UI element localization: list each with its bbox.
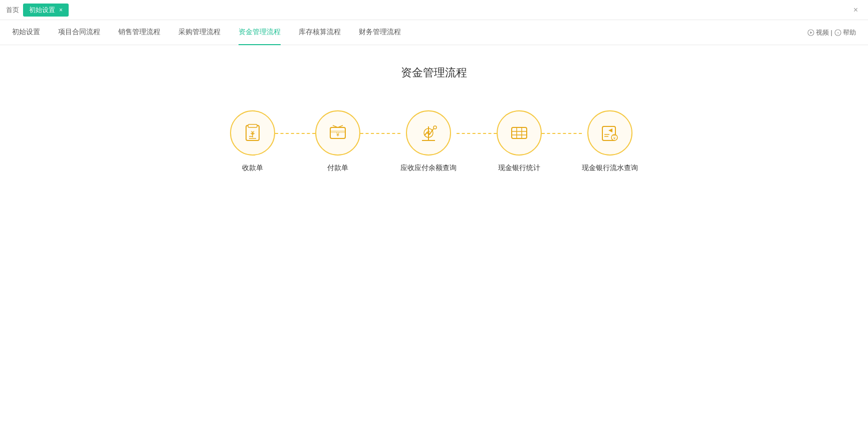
nav-separator: | <box>831 29 832 36</box>
flow-item-balance[interactable]: ¥ 应收应付余额查询 <box>400 110 457 173</box>
nav-item-purchase[interactable]: 采购管理流程 <box>178 20 221 45</box>
payment-icon-circle: ¥ <box>315 110 360 156</box>
nav-right: 视频 | ? 帮助 <box>807 28 856 37</box>
nav-item-sales[interactable]: 销售管理流程 <box>118 20 160 45</box>
video-link[interactable]: 视频 <box>807 28 829 37</box>
balance-icon: ¥ <box>417 121 440 144</box>
video-icon <box>807 29 814 36</box>
svg-rect-5 <box>248 124 257 127</box>
bank-stat-icon <box>508 121 531 144</box>
active-tab-label: 初始设置 <box>29 6 55 15</box>
main-content: 资金管理流程 ¥ 收款单 <box>0 45 868 193</box>
receipt-label: 收款单 <box>242 164 263 173</box>
tab-close-icon[interactable]: × <box>59 7 63 14</box>
nav-item-fund[interactable]: 资金管理流程 <box>239 20 281 45</box>
active-tab[interactable]: 初始设置 × <box>23 4 69 17</box>
bank-flow-icon: ¥ <box>598 121 621 144</box>
receipt-icon-circle: ¥ <box>230 110 275 156</box>
connector-1 <box>275 133 315 134</box>
balance-label: 应收应付余额查询 <box>400 164 457 173</box>
svg-text:¥: ¥ <box>613 136 616 140</box>
window-close-button[interactable]: × <box>849 6 862 15</box>
top-bar: 首页 初始设置 × × <box>0 0 868 20</box>
svg-rect-13 <box>512 127 527 138</box>
flow-item-receipt[interactable]: ¥ 收款单 <box>230 110 275 173</box>
help-icon: ? <box>834 29 841 36</box>
flow-row: ¥ 收款单 ¥ <box>0 110 868 173</box>
nav-item-inventory[interactable]: 库存核算流程 <box>299 20 341 45</box>
nav-bar: 初始设置 项目合同流程 销售管理流程 采购管理流程 资金管理流程 库存核算流程 … <box>0 20 868 45</box>
flow-item-bank-stat[interactable]: 现金银行统计 <box>497 110 542 173</box>
payment-icon: ¥ <box>326 121 349 144</box>
home-link[interactable]: 首页 <box>6 6 19 15</box>
flow-item-bank-flow[interactable]: ¥ 现金银行流水查询 <box>582 110 638 173</box>
bank-stat-icon-circle <box>497 110 542 156</box>
payment-label: 付款单 <box>327 164 348 173</box>
bank-stat-label: 现金银行统计 <box>498 164 540 173</box>
flow-item-payment[interactable]: ¥ 付款单 <box>315 110 360 173</box>
balance-icon-circle: ¥ <box>406 110 451 156</box>
bank-flow-icon-circle: ¥ <box>587 110 632 156</box>
bank-flow-label: 现金银行流水查询 <box>582 164 638 173</box>
connector-4 <box>542 133 582 134</box>
help-link[interactable]: ? 帮助 <box>834 28 856 37</box>
svg-text:¥: ¥ <box>426 130 430 136</box>
nav-item-initial[interactable]: 初始设置 <box>12 20 40 45</box>
svg-marker-1 <box>810 31 812 34</box>
receipt-icon: ¥ <box>241 121 264 144</box>
top-bar-right: × <box>849 6 862 15</box>
connector-2 <box>360 133 400 134</box>
nav-item-project[interactable]: 项目合同流程 <box>58 20 100 45</box>
nav-item-finance[interactable]: 财务管理流程 <box>359 20 401 45</box>
svg-point-12 <box>433 126 437 129</box>
page-title: 资金管理流程 <box>0 65 868 80</box>
svg-text:¥: ¥ <box>336 131 340 137</box>
svg-text:?: ? <box>837 31 839 35</box>
connector-3 <box>457 133 497 134</box>
